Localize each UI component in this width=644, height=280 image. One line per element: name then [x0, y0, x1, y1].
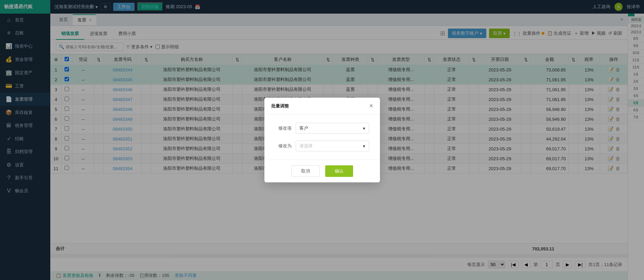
modify-value-label: 修改为 [275, 143, 292, 149]
modal-footer: 取消 确认 [264, 160, 380, 182]
cancel-button[interactable]: 取消 [291, 165, 320, 177]
batch-adjust-modal: 批量调整 × 修改项 客户 ▾ 修改为 请选择 ▾ 取消 确认 [264, 98, 380, 182]
chevron-down-icon: ▾ [363, 126, 365, 131]
chevron-down-icon: ▾ [363, 144, 365, 149]
modify-field-select[interactable]: 客户 ▾ [296, 123, 369, 134]
modify-value-row: 修改为 请选择 ▾ [275, 141, 369, 151]
modal-title: 批量调整 [271, 103, 289, 109]
confirm-button[interactable]: 确认 [325, 165, 353, 177]
modify-field-row: 修改项 客户 ▾ [275, 123, 369, 134]
modify-value-placeholder: 请选择 [299, 143, 313, 149]
modify-value-select[interactable]: 请选择 ▾ [296, 141, 369, 151]
modal-close-button[interactable]: × [369, 102, 373, 110]
modal-overlay: 批量调整 × 修改项 客户 ▾ 修改为 请选择 ▾ 取消 确认 [0, 0, 644, 280]
modal-header: 批量调整 × [264, 98, 380, 115]
modify-field-label: 修改项 [275, 125, 292, 131]
modify-field-value: 客户 [299, 125, 308, 131]
modal-body: 修改项 客户 ▾ 修改为 请选择 ▾ [264, 115, 380, 160]
